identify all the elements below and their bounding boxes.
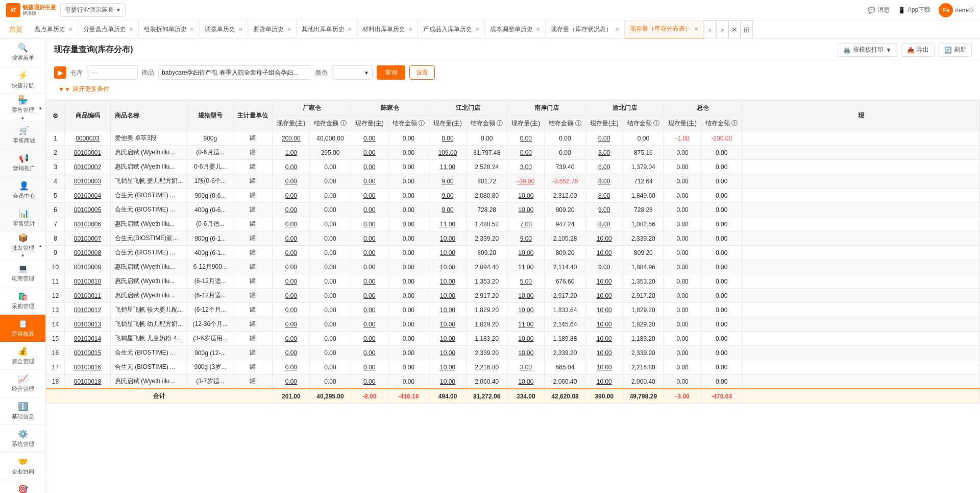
sidebar-inventory-label: 库存核算 (12, 330, 34, 338)
tab-2[interactable]: 分量盘点单历史 ✕ (78, 20, 139, 39)
sidebar-item-retail-mall[interactable]: 🛒 零售商城 (0, 122, 45, 149)
cell-unit: 罐 (233, 346, 273, 360)
cell-spec: (12-36个月... (187, 317, 233, 332)
sidebar-item-basics[interactable]: ℹ️ 基础信息 (0, 397, 45, 425)
tab-6-close[interactable]: ✕ (348, 27, 352, 32)
tab-10[interactable]: 现存量（库存状况表） ✕ (546, 20, 625, 39)
cell-jb-amount: 2,528.24 (467, 160, 507, 174)
cell-na-amount: 2,145.64 (545, 317, 585, 332)
cell-yb-amount: 1,849.60 (623, 189, 664, 203)
sidebar-item-retail-mgmt[interactable]: 🏪 零售管理 ▲ (0, 94, 45, 122)
cell-na-stock: 11.00 (507, 317, 545, 332)
cell-na-stock: 0.00 (507, 146, 545, 160)
sidebar-item-purchase[interactable]: 🛍️ 采购管理 (0, 287, 45, 315)
total-na-stock: 334.00 (507, 389, 545, 404)
cell-f-stock: 200.00 (273, 131, 310, 146)
chevron-down-icon2: ▼ (364, 70, 369, 76)
tab-3-close[interactable]: ✕ (190, 27, 194, 32)
sidebar-item-retail-stats[interactable]: 📊 零售统计 (0, 204, 45, 232)
warehouse-select[interactable]: ··· (87, 65, 138, 80)
tab-6[interactable]: 其他出库单历史 ✕ (297, 20, 357, 39)
ecommerce-icon: 💻 (18, 264, 28, 273)
sidebar-item-guide[interactable]: 🎯 新手引导 (0, 480, 45, 493)
cell-spec: 900g (6-1... (187, 231, 233, 246)
cell-num: 12 (46, 289, 65, 303)
tab-11-close[interactable]: ✕ (694, 26, 698, 32)
cell-name: 飞鹤星飞帆 儿童奶粉 4... (111, 332, 187, 346)
query-btn[interactable]: 查询 (377, 65, 405, 80)
sidebar-item-ecommerce[interactable]: 💻 电商管理 (0, 260, 45, 287)
sidebar-item-nav[interactable]: ⚡ 快捷导航 (0, 66, 45, 94)
table-row: 13 00100012 飞鹤星飞帆 较大婴儿配... (6-12个月... 罐 … (46, 303, 980, 317)
export-btn[interactable]: 📤 导出 (901, 43, 935, 57)
tab-9-close[interactable]: ✕ (536, 27, 540, 32)
sidebar-item-wholesale[interactable]: 📦 批发管理 ▼ (0, 232, 45, 260)
th-f-stock: 现存量(主) (273, 116, 310, 131)
sidebar-item-operations[interactable]: 📈 经营管理 (0, 370, 45, 397)
sidebar-item-system[interactable]: ⚙️ 系统管理 (0, 425, 45, 453)
cell-f-amount: 0.00 (310, 346, 351, 360)
sidebar-marketing-label: 营销推广 (13, 165, 35, 172)
messages-btn[interactable]: 💬 消息 (868, 6, 890, 14)
tab-7-close[interactable]: ✕ (408, 27, 412, 32)
tab-5[interactable]: 要货单历史 ✕ (248, 20, 297, 39)
tab-expand-btn[interactable]: ⊞ (741, 20, 753, 39)
tab-2-close[interactable]: ✕ (129, 27, 133, 32)
filter-expand-btn[interactable]: ▼▼ 展开更多条件 (54, 83, 113, 96)
cell-f-stock: 0.00 (273, 374, 310, 389)
th-unit: 主计量单位 (233, 101, 273, 131)
cell-jb-amount: 2,094.40 (467, 260, 507, 274)
cell-current (742, 332, 980, 346)
product-label: 商品 (142, 68, 154, 77)
user-menu[interactable]: Ea demo2 (939, 3, 974, 17)
cell-jb-amount: 2,917.20 (467, 289, 507, 303)
tab-9[interactable]: 成本调整单历史 ✕ (485, 20, 546, 39)
tab-4-close[interactable]: ✕ (238, 27, 242, 32)
cell-name: 爱他美 卓萃3段 (111, 131, 187, 146)
tab-next-btn[interactable]: › (716, 20, 728, 39)
sidebar-item-finance[interactable]: 💰 资金管理 (0, 342, 45, 370)
cell-t-stock: 0.00 (664, 146, 701, 160)
tab-11-label: 现存量（库存分布表） (630, 25, 691, 33)
sidebar-item-member[interactable]: 👤 会员中心 (0, 177, 45, 204)
cell-name: 合生元 (BIOSTIME) ... (111, 346, 187, 360)
sidebar-item-collab[interactable]: 🤝 企业协同 (0, 453, 45, 480)
tab-1-close[interactable]: ✕ (68, 27, 72, 32)
filter-arrow-btn[interactable]: ▶ (54, 66, 66, 79)
sidebar-item-search[interactable]: 🔍 搜索英单 (0, 39, 45, 66)
tab-close-all-btn[interactable]: ✕ (728, 20, 741, 39)
tab-8-close[interactable]: ✕ (475, 27, 479, 32)
cell-unit: 罐 (233, 289, 273, 303)
cell-cj-stock: 0.00 (351, 303, 388, 317)
product-select[interactable]: babycare孕妇待产包 春季入院全套母子组合孕妇产前冬季月子用品 22件套 … (158, 65, 311, 80)
tab-5-close[interactable]: ✕ (287, 27, 291, 32)
tab-1[interactable]: 盘点单历史 ✕ (30, 20, 78, 39)
app-download-btn[interactable]: 📱 App下载 (898, 6, 930, 14)
tab-home[interactable]: 首页 (2, 25, 30, 34)
tab-8[interactable]: 产成品入库单历史 ✕ (418, 20, 485, 39)
cell-yb-amount: 2,060.40 (623, 374, 664, 389)
tab-10-close[interactable]: ✕ (615, 27, 619, 32)
inventory-table: ⚙ 商品编码 商品名称 规格型号 主计量单位 厂家仓 陈家仓 江北门店 南岸门店… (46, 100, 980, 404)
cell-spec: (3-6岁适用... (187, 332, 233, 346)
setting-btn[interactable]: 设置 (409, 65, 435, 80)
tab-prev-btn[interactable]: ‹ (704, 20, 716, 39)
cell-num: 8 (46, 231, 65, 246)
refresh-btn[interactable]: 🔄 刷新 (939, 43, 972, 57)
cell-cj-amount: 0.00 (388, 217, 429, 231)
print-btn[interactable]: 🖨️ 按模板打印 ▼ (838, 43, 897, 57)
sidebar-item-marketing[interactable]: 📢 营销推广 (0, 149, 45, 177)
cell-num: 18 (46, 374, 65, 389)
tab-11-active[interactable]: 现存量（库存分布表） ✕ (625, 20, 704, 39)
cell-code: 00100002 (65, 160, 111, 174)
tab-7[interactable]: 材料出库单历史 ✕ (357, 20, 418, 39)
tab-3[interactable]: 组装拆卸单历史 ✕ (139, 20, 200, 39)
th-t-stock: 现存量(主) (664, 116, 701, 131)
company-selector[interactable]: 母婴行业演示陈套 ▼ (60, 3, 126, 17)
mall-icon: 🛒 (19, 126, 29, 135)
sidebar-item-inventory[interactable]: 📋 库存核算 (0, 315, 45, 342)
cell-spec: (6-12月适... (187, 289, 233, 303)
tab-4[interactable]: 调拨单历史 ✕ (200, 20, 248, 39)
color-select[interactable]: ▼ (332, 65, 373, 80)
table-row: 5 00100004 合生元 (BIOSTIME) ... 900g (0-6.… (46, 189, 980, 203)
